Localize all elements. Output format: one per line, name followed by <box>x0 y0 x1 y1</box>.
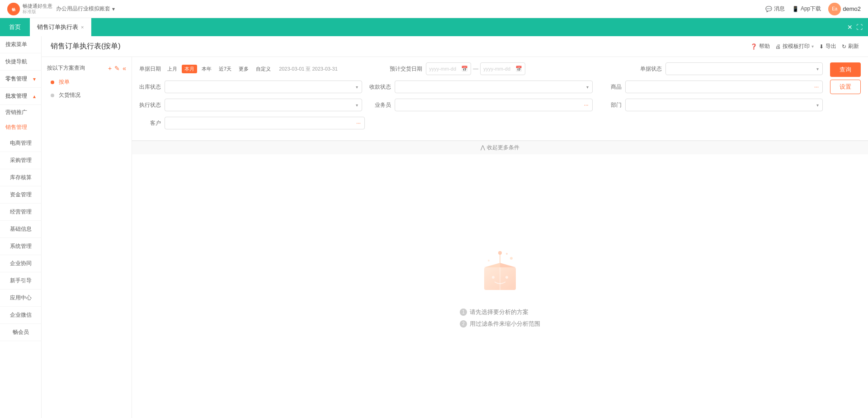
user-info[interactable]: Ea demo2 <box>828 3 861 15</box>
breadcrumb-text: 办公用品行业模拟账套 <box>56 5 110 13</box>
empty-tip-2: 2 用过滤条件来缩小分析范围 <box>460 320 540 328</box>
customer-select[interactable]: ··· <box>165 117 365 129</box>
customer-more-icon[interactable]: ··· <box>356 120 361 126</box>
sidebar-item-wechat[interactable]: 企业微信 <box>0 307 41 324</box>
scheme-edit-icon[interactable]: ✎ <box>114 65 120 72</box>
query-button[interactable]: 查询 <box>830 62 861 77</box>
scheme-item-shortage[interactable]: 欠货情况 <box>47 89 126 102</box>
goods-more-icon[interactable]: ··· <box>814 84 819 90</box>
scheme-actions: + ✎ « <box>108 65 126 72</box>
app-download-button[interactable]: 📱 App下载 <box>792 5 821 13</box>
date-tab-last-month[interactable]: 上月 <box>165 65 180 73</box>
empty-tip-1: 1 请先选择要分析的方案 <box>460 308 540 316</box>
sidebar-item-retail[interactable]: 零售管理 ▾ <box>0 71 41 88</box>
sidebar-item-newbie[interactable]: 新手引导 <box>0 272 41 290</box>
svg-text:畅: 畅 <box>12 8 15 12</box>
sidebar-item-wholesale[interactable]: 批发管理 ▴ <box>0 88 41 105</box>
main-layout: 搜索菜单 快捷导航 零售管理 ▾ 批发管理 ▴ 营销推广 销售管理 电商管理 采… <box>0 36 868 418</box>
sidebar-item-finance[interactable]: 资金管理 <box>0 186 41 204</box>
svg-point-12 <box>498 251 502 255</box>
date-tab-last7[interactable]: 近7天 <box>216 65 234 73</box>
collapse-label: 收起更多条件 <box>487 144 519 151</box>
goods-label: 商品 <box>600 83 625 91</box>
message-label: 消息 <box>774 5 785 13</box>
filter-fields: 单据日期 上月 本月 本年 近7天 更多 自定义 2023-03-01 至 20… <box>139 62 823 135</box>
active-dot-icon <box>51 81 54 84</box>
collapse-row[interactable]: ⋀ 收起更多条件 <box>132 141 868 154</box>
window-maximize-icon[interactable]: ⛶ <box>856 24 863 31</box>
sidebar-item-ecommerce[interactable]: 电商管理 <box>0 135 41 152</box>
scheme-collapse-icon[interactable]: « <box>123 65 126 72</box>
goods-select[interactable]: ··· <box>625 81 823 93</box>
scheme-item-by-order[interactable]: 按单 <box>47 76 126 89</box>
help-icon: ❓ <box>750 43 757 50</box>
order-status-arrow-icon: ▾ <box>816 66 819 71</box>
help-label: 帮助 <box>759 43 770 50</box>
date-range-text: 2023-03-01 至 2023-03-31 <box>279 66 338 72</box>
sidebar-search-menu[interactable]: 搜索菜单 <box>0 36 41 53</box>
help-button[interactable]: ❓ 帮助 <box>750 43 770 50</box>
sidebar-item-purchase[interactable]: 采购管理 <box>0 152 41 169</box>
print-arrow-icon: ▾ <box>811 44 814 49</box>
tab-sales-execution[interactable]: 销售订单执行表 × <box>30 18 91 36</box>
dept-select[interactable]: ▾ <box>625 99 823 111</box>
message-button[interactable]: 💬 消息 <box>765 5 785 13</box>
calendar-end-icon: 📅 <box>515 66 522 72</box>
tab-close-icon[interactable]: × <box>81 24 84 30</box>
window-close-icon[interactable]: ✕ <box>847 24 853 31</box>
exec-status-group: 执行状态 ▾ <box>139 99 362 111</box>
tab-home[interactable]: 首页 <box>0 18 30 36</box>
expected-delivery-start[interactable]: yyyy-mm-dd 📅 <box>426 62 471 75</box>
home-tab-label: 首页 <box>9 23 21 31</box>
download-icon: 📱 <box>792 6 799 12</box>
filter-row-3: 执行状态 ▾ 业务员 ··· <box>139 99 823 111</box>
print-button[interactable]: 🖨 按模板打印 ▾ <box>775 43 814 50</box>
exec-status-arrow-icon: ▾ <box>356 103 358 108</box>
breadcrumb[interactable]: 办公用品行业模拟账套 ▾ <box>56 5 115 13</box>
refresh-label: 刷新 <box>848 43 859 50</box>
filter-section: 单据日期 上月 本月 本年 近7天 更多 自定义 2023-03-01 至 20… <box>132 57 868 141</box>
sidebar-item-inventory[interactable]: 库存核算 <box>0 169 41 186</box>
delivery-status-select[interactable]: ▾ <box>165 81 362 93</box>
set-button[interactable]: 设置 <box>830 80 861 94</box>
sidebar-item-system[interactable]: 系统管理 <box>0 238 41 255</box>
sidebar-item-marketing[interactable]: 营销推广 <box>0 105 41 120</box>
customer-group: 客户 ··· <box>139 117 365 129</box>
svg-marker-3 <box>484 263 500 267</box>
svg-point-8 <box>506 253 508 255</box>
export-button[interactable]: ⬇ 导出 <box>819 43 836 50</box>
expected-delivery-label: 预计交货日期 <box>390 65 426 73</box>
page-header-actions: ❓ 帮助 🖨 按模板打印 ▾ ⬇ 导出 ↻ 刷新 <box>750 43 859 50</box>
sidebar-item-sales[interactable]: 销售管理 <box>0 120 41 135</box>
page-header: 销售订单执行表(按单) ❓ 帮助 🖨 按模板打印 ▾ ⬇ 导出 ↻ 刷新 <box>42 36 868 57</box>
scheme-add-icon[interactable]: + <box>108 65 112 72</box>
date-tab-more[interactable]: 更多 <box>236 65 251 73</box>
receipt-status-arrow-icon: ▾ <box>586 85 589 90</box>
sidebar-item-operations[interactable]: 经营管理 <box>0 204 41 221</box>
date-tab-custom[interactable]: 自定义 <box>253 65 274 73</box>
expected-delivery-group: 预计交货日期 yyyy-mm-dd 📅 — yyyy-mm-dd 📅 <box>390 62 633 75</box>
date-tabs: 上月 本月 本年 近7天 更多 自定义 <box>165 65 274 73</box>
tab-bar: 首页 销售订单执行表 × ✕ ⛶ <box>0 18 868 36</box>
delivery-status-group: 出库状态 ▾ <box>139 81 362 93</box>
inactive-dot-icon <box>51 94 54 97</box>
sidebar-item-enterprise[interactable]: 企业协同 <box>0 255 41 272</box>
salesman-group: 业务员 ··· <box>369 99 592 111</box>
salesman-select[interactable]: ··· <box>395 99 592 111</box>
expected-delivery-end[interactable]: yyyy-mm-dd 📅 <box>480 62 525 75</box>
delivery-status-label: 出库状态 <box>139 83 165 91</box>
content-area: 销售订单执行表(按单) ❓ 帮助 🖨 按模板打印 ▾ ⬇ 导出 ↻ 刷新 <box>42 36 868 418</box>
receipt-status-select[interactable]: ▾ <box>395 81 592 93</box>
user-name: demo2 <box>843 5 861 12</box>
date-tab-this-year[interactable]: 本年 <box>199 65 214 73</box>
salesman-more-icon[interactable]: ··· <box>584 102 589 108</box>
exec-status-select[interactable]: ▾ <box>165 99 362 111</box>
sidebar-quick-nav[interactable]: 快捷导航 <box>0 53 41 71</box>
sidebar-item-basic-info[interactable]: 基础信息 <box>0 221 41 238</box>
sidebar-item-member[interactable]: 畅会员 <box>0 324 41 341</box>
sidebar-item-app-center[interactable]: 应用中心 <box>0 290 41 307</box>
filter-row-4: 客户 ··· <box>139 117 823 129</box>
date-tab-this-month[interactable]: 本月 <box>182 65 197 73</box>
refresh-button[interactable]: ↻ 刷新 <box>842 43 859 50</box>
order-status-select[interactable]: ▾ <box>665 62 823 75</box>
